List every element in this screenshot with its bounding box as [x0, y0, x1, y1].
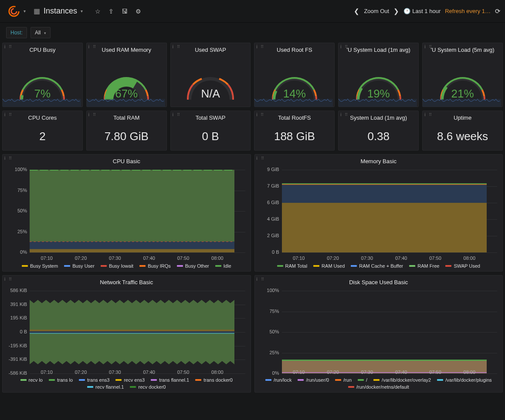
drag-handle-icon[interactable]: ⠿: [261, 44, 263, 49]
legend-item[interactable]: /run: [335, 377, 352, 383]
time-forward-icon[interactable]: ❯: [393, 7, 399, 15]
legend-item[interactable]: trans docker0: [195, 377, 233, 383]
info-icon[interactable]: i: [257, 156, 258, 161]
drag-handle-icon[interactable]: ⠿: [429, 44, 431, 49]
stat-value: 188 GiB: [254, 123, 334, 150]
drag-handle-icon[interactable]: ⠿: [9, 112, 11, 117]
svg-rect-10: [30, 249, 234, 252]
gauge-panel-5[interactable]: i ⠿ 'U System Load (5m avg) 21%: [422, 43, 503, 107]
info-icon[interactable]: i: [257, 277, 258, 282]
host-variable-value[interactable]: All ▾: [31, 27, 51, 38]
stat-panel-0[interactable]: i ⠿ CPU Cores 2: [2, 111, 83, 151]
drag-handle-icon[interactable]: ⠿: [261, 156, 263, 161]
gauge-panel-4[interactable]: i ⠿ 'U System Load (1m avg) 19%: [338, 43, 419, 107]
drag-handle-icon[interactable]: ⠿: [429, 112, 431, 117]
refresh-interval[interactable]: Refresh every 1…: [445, 8, 491, 14]
chart-plot[interactable]: 100%75%50%25%0% 07:1007:2007:3007:4007:5…: [255, 287, 503, 376]
refresh-icon[interactable]: ⟳: [495, 7, 501, 15]
legend-item[interactable]: /run/lock: [265, 377, 292, 383]
legend-item[interactable]: recv lo: [20, 377, 43, 383]
panel-network-basic[interactable]: i ⠿ Network Traffic Basic 586 KiB391 KiB…: [2, 275, 251, 393]
info-icon[interactable]: i: [340, 44, 341, 49]
legend-item[interactable]: Idle: [215, 263, 231, 269]
panel-disk-basic[interactable]: i ⠿ Disk Space Used Basic 100%75%50%25%0…: [254, 275, 503, 393]
info-icon[interactable]: i: [4, 112, 5, 117]
chart-plot[interactable]: 9 GiB7 GiB6 GiB4 GiB2 GiB0 B 07:1007:200…: [255, 166, 503, 262]
legend-item[interactable]: RAM Cache + Buffer: [351, 263, 403, 269]
legend-item[interactable]: /var/lib/docker/overlay2: [373, 377, 431, 383]
info-icon[interactable]: i: [88, 112, 89, 117]
gear-icon[interactable]: ⚙: [136, 8, 141, 15]
drag-handle-icon[interactable]: ⠿: [177, 44, 179, 49]
info-icon[interactable]: i: [4, 44, 5, 49]
gauge-panel-2[interactable]: i ⠿ Used SWAP N/A: [170, 43, 251, 107]
info-icon[interactable]: i: [424, 112, 425, 117]
drag-handle-icon[interactable]: ⠿: [93, 44, 95, 49]
info-icon[interactable]: i: [4, 277, 5, 282]
time-back-icon[interactable]: ❮: [354, 7, 359, 15]
legend-item[interactable]: recv ens3: [115, 377, 145, 383]
legend-item[interactable]: Busy Other: [177, 263, 209, 269]
chart-legend: RAM TotalRAM UsedRAM Cache + BufferRAM F…: [255, 262, 503, 271]
logo-caret-icon[interactable]: ▾: [24, 9, 26, 13]
legend-item[interactable]: /: [358, 377, 367, 383]
info-icon[interactable]: i: [256, 44, 257, 49]
time-range-picker[interactable]: 🕐 Last 1 hour: [403, 8, 441, 14]
legend-item[interactable]: /run/docker/netns/default: [348, 384, 409, 390]
stat-panel-4[interactable]: i ⠿ System Load (1m avg) 0.38: [338, 111, 419, 151]
template-variables: Host: All ▾: [0, 23, 505, 43]
legend-item[interactable]: trans flannel.1: [151, 377, 189, 383]
panel-cpu-basic[interactable]: i ⠿ CPU Basic 100%75%50%25%0% 07:1007:20…: [2, 154, 251, 272]
stat-panel-2[interactable]: i ⠿ Total SWAP 0 B: [170, 111, 251, 151]
dashboard-picker[interactable]: ▦ Instances ▾: [30, 7, 86, 16]
info-icon[interactable]: i: [173, 112, 173, 117]
zoom-out-button[interactable]: Zoom Out: [364, 8, 389, 14]
drag-handle-icon[interactable]: ⠿: [9, 156, 11, 161]
legend-item[interactable]: recv flannel.1: [87, 384, 124, 390]
chart-plot[interactable]: 586 KiB391 KiB195 KiB0 B-195 KiB-391 KiB…: [3, 287, 251, 376]
drag-handle-icon[interactable]: ⠿: [261, 277, 263, 282]
gauge-panel-0[interactable]: i ⠿ CPU Busy 7%: [2, 43, 83, 107]
drag-handle-icon[interactable]: ⠿: [9, 277, 11, 282]
legend-item[interactable]: Busy System: [22, 263, 58, 269]
info-icon[interactable]: i: [340, 112, 341, 117]
svg-point-0: [9, 6, 19, 16]
legend-item[interactable]: recv docker0: [130, 384, 166, 390]
stat-panel-1[interactable]: i ⠿ Total RAM 7.80 GiB: [86, 111, 167, 151]
drag-handle-icon[interactable]: ⠿: [345, 112, 347, 117]
stat-panel-3[interactable]: i ⠿ Total RootFS 188 GiB: [254, 111, 335, 151]
legend-item[interactable]: Busy User: [64, 263, 95, 269]
legend-item[interactable]: Busy Iowait: [101, 263, 133, 269]
info-icon[interactable]: i: [4, 156, 5, 161]
share-icon[interactable]: ⇪: [108, 8, 114, 15]
legend-item[interactable]: trans ens3: [79, 377, 109, 383]
save-icon[interactable]: 🖫: [122, 8, 128, 15]
stat-value: 2: [3, 123, 82, 150]
panel-title: Uptime: [423, 111, 502, 123]
legend-item[interactable]: trans lo: [49, 377, 73, 383]
info-icon[interactable]: i: [424, 44, 425, 49]
legend-item[interactable]: SWAP Used: [445, 263, 480, 269]
legend-item[interactable]: /run/user/0: [298, 377, 329, 383]
gauge-panel-3[interactable]: i ⠿ Used Root FS 14%: [254, 43, 335, 107]
chart-plot[interactable]: 100%75%50%25%0% 07:1007:2007:3007:4007:5…: [3, 166, 251, 262]
info-icon[interactable]: i: [256, 112, 257, 117]
drag-handle-icon[interactable]: ⠿: [9, 44, 11, 49]
legend-item[interactable]: RAM Free: [409, 263, 439, 269]
info-icon[interactable]: i: [173, 44, 173, 49]
drag-handle-icon[interactable]: ⠿: [177, 112, 179, 117]
info-icon[interactable]: i: [88, 44, 89, 49]
grafana-logo[interactable]: [7, 4, 21, 18]
legend-item[interactable]: RAM Total: [277, 263, 308, 269]
panel-memory-basic[interactable]: i ⠿ Memory Basic 9 GiB7 GiB6 GiB4 GiB2 G…: [254, 154, 503, 272]
stat-panel-5[interactable]: i ⠿ Uptime 8.6 weeks: [422, 111, 503, 151]
drag-handle-icon[interactable]: ⠿: [345, 44, 347, 49]
drag-handle-icon[interactable]: ⠿: [93, 112, 95, 117]
drag-handle-icon[interactable]: ⠿: [261, 112, 263, 117]
gauge-panel-1[interactable]: i ⠿ Used RAM Memory 67%: [86, 43, 167, 107]
star-icon[interactable]: ☆: [95, 8, 101, 15]
legend-item[interactable]: /var/lib/docker/plugins: [437, 377, 491, 383]
legend-item[interactable]: RAM Used: [313, 263, 345, 269]
legend-item[interactable]: Busy IRQs: [139, 263, 171, 269]
gauge-value: 21%: [451, 87, 474, 101]
